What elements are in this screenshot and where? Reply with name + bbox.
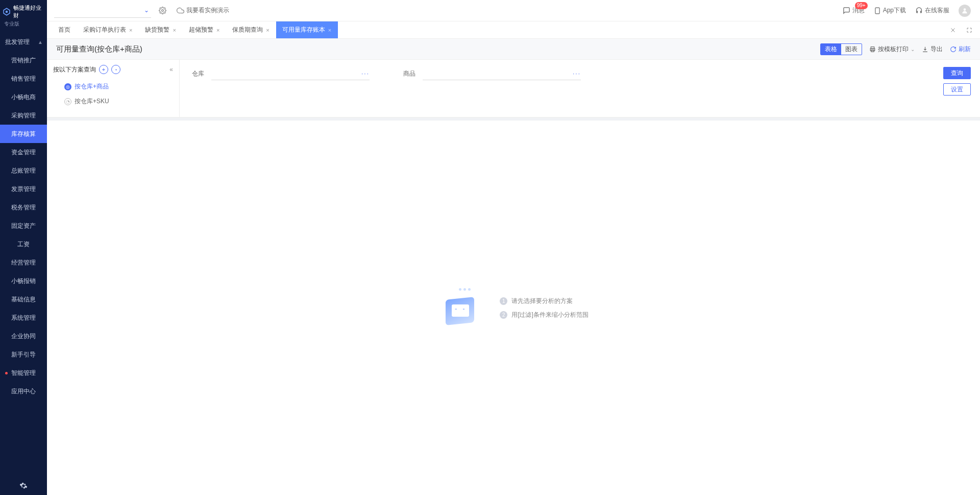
target-icon: ◎ [64,83,71,90]
close-icon[interactable]: × [328,27,331,33]
step-number: 2 [500,311,507,319]
svg-point-10 [115,69,116,70]
tab[interactable]: 首页 [52,21,77,38]
sidebar-item[interactable]: 总账管理 [0,161,47,180]
svg-rect-2 [875,8,879,14]
empty-step-1: 1 请先选择要分析的方案 [500,297,589,305]
chevron-up-icon: ▲ [38,39,43,45]
filter-warehouse-input[interactable]: ··· [211,67,370,80]
expand-icon [966,27,972,33]
sidebar-item-label: 发票管理 [11,185,36,194]
sidebar-item[interactable]: 固定资产 [0,217,47,235]
demo-link[interactable]: 我要看实例演示 [177,6,229,15]
close-all-tabs-button[interactable] [947,25,959,36]
tab[interactable]: 采购订单执行表× [77,21,139,38]
sidebar-item[interactable]: 系统管理 [0,309,47,327]
sidebar-item[interactable]: 工资 [0,235,47,253]
gear-icon [114,67,118,72]
scheme-item[interactable]: ◎按仓库+商品 [53,79,173,94]
chevron-down-icon: ⌄ [144,7,149,14]
add-scheme-button[interactable]: + [99,65,108,74]
sidebar-item-label: 固定资产 [11,222,36,230]
empty-step-2: 2 用[过滤]条件来缩小分析范围 [500,311,589,319]
org-selector[interactable]: ⌄ [54,4,151,18]
sidebar-item-label: 基础信息 [11,295,36,304]
close-icon[interactable]: × [129,27,132,33]
tab-label: 采购订单执行表 [83,26,126,34]
sidebar-item[interactable]: 新手引导 [0,345,47,364]
sidebar-item[interactable]: 经营管理 [0,253,47,272]
logo-icon [2,7,11,16]
sidebar-item[interactable]: 发票管理 [0,180,47,198]
demo-link-label: 我要看实例演示 [186,6,229,15]
tab[interactable]: 超储预警× [183,21,226,38]
chevron-down-icon: ⌄ [911,46,915,52]
close-icon[interactable]: × [266,27,269,33]
avatar [959,5,971,17]
view-toggle-chart[interactable]: 图表 [841,44,862,55]
user-icon [961,7,968,14]
sidebar-parent[interactable]: 批发管理 ▲ [0,33,47,51]
sidebar-item[interactable]: 税务管理 [0,198,47,217]
sidebar-item-label: 工资 [17,240,30,249]
user-menu[interactable] [959,5,973,17]
brand-logo: 畅捷通好业财 [0,0,47,20]
view-toggle-table[interactable]: 表格 [821,44,841,55]
sidebar-item[interactable]: 基础信息 [0,290,47,309]
scheme-settings-button[interactable] [111,65,120,74]
cloud-icon [177,7,184,14]
sidebar-item[interactable]: 库存核算 [0,125,47,143]
empty-illustration [438,285,484,331]
tab[interactable]: 可用量库存账本× [276,21,338,38]
fullscreen-button[interactable] [964,25,975,36]
org-settings-button[interactable] [156,5,168,17]
support-label: 在线客服 [925,6,949,15]
sidebar: 畅捷通好业财 专业版 批发管理 ▲ 营销推广销售管理小畅电商采购管理库存核算资金… [0,0,47,495]
print-button[interactable]: 按模板打印 ⌄ [869,45,915,54]
export-button[interactable]: 导出 [922,45,943,54]
filter-warehouse: 仓库 ··· [189,67,370,80]
sidebar-item-label: 经营管理 [11,258,36,267]
sidebar-item-label: 采购管理 [11,111,36,120]
brand-name: 畅捷通好业财 [13,4,45,19]
refresh-button[interactable]: 刷新 [950,45,971,54]
collapse-scheme-button[interactable]: « [169,66,173,73]
support-button[interactable]: 在线客服 [915,6,949,15]
message-icon [843,7,850,14]
view-toggle: 表格 图表 [820,43,862,55]
sidebar-item[interactable]: 小畅报销 [0,272,47,290]
sidebar-item[interactable]: 应用中心 [0,382,47,400]
query-button[interactable]: 查询 [943,67,971,79]
filter-product-input[interactable]: ··· [423,67,581,80]
more-icon: ··· [573,70,581,77]
app-download-button[interactable]: App下载 [874,6,906,15]
scheme-item-label: 按仓库+SKU [75,97,109,106]
tab[interactable]: 缺货预警× [139,21,182,38]
sidebar-item-label: 应用中心 [11,387,36,396]
sidebar-item[interactable]: 企业协同 [0,327,47,345]
scheme-item-label: 按仓库+商品 [75,82,109,91]
gear-icon [159,7,166,14]
tab[interactable]: 保质期查询× [226,21,276,38]
export-label: 导出 [930,45,943,54]
sidebar-item[interactable]: 小畅电商 [0,88,47,106]
settings-button[interactable]: 设置 [943,83,971,96]
scheme-item[interactable]: ◔按仓库+SKU [53,94,173,109]
filter-row: 按以下方案查询 + « ◎按仓库+商品◔按仓库+SKU 仓库 ··· 商品 ··… [47,59,980,117]
scheme-panel: 按以下方案查询 + « ◎按仓库+商品◔按仓库+SKU [47,60,180,117]
refresh-icon [950,46,957,53]
sidebar-item[interactable]: 销售管理 [0,69,47,88]
sidebar-item[interactable]: 资金管理 [0,143,47,161]
sidebar-item[interactable]: 采购管理 [0,106,47,125]
sidebar-item-label: 资金管理 [11,148,36,157]
messages-button[interactable]: 消息 99+ [843,6,865,15]
close-icon[interactable]: × [216,27,219,33]
print-label: 按模板打印 [878,45,909,54]
filter-product: 商品 ··· [400,67,581,80]
close-icon[interactable]: × [173,27,176,33]
empty-state: 1 请先选择要分析的方案 2 用[过滤]条件来缩小分析范围 [438,285,589,331]
sidebar-settings[interactable] [0,477,47,495]
filter-warehouse-label: 仓库 [189,69,204,78]
sidebar-item[interactable]: 智能管理 [0,364,47,382]
sidebar-item[interactable]: 营销推广 [0,51,47,69]
